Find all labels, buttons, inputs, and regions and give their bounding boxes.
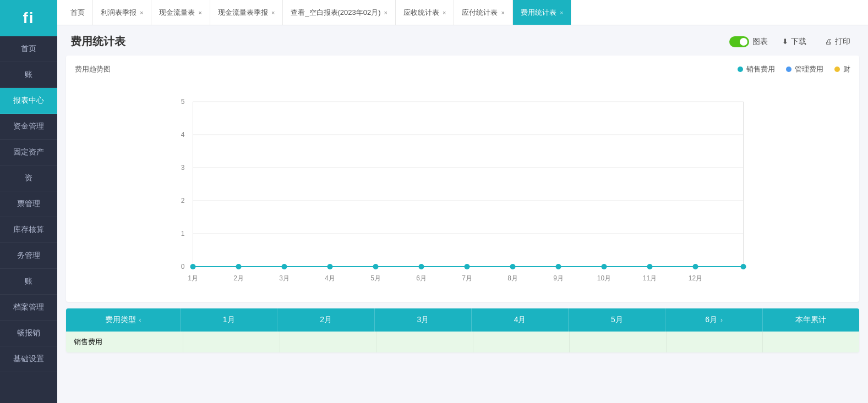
legend-dot-admin <box>786 67 791 72</box>
svg-text:8月: 8月 <box>507 274 518 282</box>
sidebar-item-account[interactable]: 账 <box>0 62 57 88</box>
chart-section: 费用趋势图 销售费用 管理费用 财 <box>66 56 859 302</box>
header-actions: 图表 ⬇ 下载 🖨 打印 <box>729 35 855 49</box>
tab-receivable[interactable]: 应收统计表 × <box>396 0 454 25</box>
svg-point-14 <box>190 264 196 269</box>
table-col-apr: 4月 <box>472 308 569 332</box>
svg-point-26 <box>741 264 746 269</box>
page-header: 费用统计表 图表 ⬇ 下载 🖨 打印 <box>57 25 868 56</box>
main-area: 首页 利润表季报 × 现金流量表 × 现金流量表季报 × 查看_空白报表(202… <box>57 0 868 403</box>
svg-point-21 <box>510 264 516 269</box>
table-col-mar: 3月 <box>375 308 472 332</box>
sidebar-item-settings[interactable]: 基础设置 <box>0 346 57 372</box>
chart-toggle-wrap[interactable]: 图表 <box>729 36 768 47</box>
tab-close-profit-quarterly[interactable]: × <box>140 9 143 16</box>
legend-admin: 管理费用 <box>786 64 823 74</box>
download-button[interactable]: ⬇ 下载 <box>778 35 811 49</box>
svg-text:1月: 1月 <box>188 274 198 282</box>
tab-home[interactable]: 首页 <box>63 0 93 25</box>
table-row: 销售费用 <box>66 332 859 352</box>
svg-point-23 <box>602 264 607 269</box>
chart-legend: 销售费用 管理费用 财 <box>738 64 850 74</box>
svg-text:2: 2 <box>181 197 185 205</box>
trend-chart: 5 4 3 2 1 0 <box>75 80 850 289</box>
table-col-may: 5月 <box>569 308 665 332</box>
sidebar-item-funds[interactable]: 资金管理 <box>0 114 57 140</box>
sidebar-item-invoices[interactable]: 票管理 <box>0 191 57 217</box>
sidebar-item-assets[interactable]: 资 <box>0 165 57 191</box>
svg-text:3: 3 <box>181 164 185 172</box>
sidebar-item-inventory[interactable]: 库存核算 <box>0 217 57 243</box>
chart-toggle[interactable] <box>729 36 749 47</box>
legend-dot-finance <box>834 67 840 72</box>
sidebar-item-report-center[interactable]: 报表中心 <box>0 88 57 114</box>
tab-expense-stats[interactable]: 费用统计表 × <box>513 0 571 25</box>
svg-point-19 <box>419 264 424 269</box>
sidebar-item-services[interactable]: 务管理 <box>0 243 57 269</box>
tab-close-receivable[interactable]: × <box>443 9 446 16</box>
svg-text:2月: 2月 <box>233 274 244 282</box>
tab-close-blank-report[interactable]: × <box>384 9 387 16</box>
table-cell-jan <box>183 332 280 352</box>
svg-text:12月: 12月 <box>689 274 702 282</box>
tab-profit-quarterly[interactable]: 利润表季报 × <box>93 0 151 25</box>
table-cell-jun <box>667 332 763 352</box>
tab-payable[interactable]: 应付统计表 × <box>454 0 512 25</box>
tab-close-cashflow[interactable]: × <box>198 9 201 16</box>
table-col-feb: 2月 <box>277 308 374 332</box>
legend-finance: 财 <box>834 64 850 74</box>
chart-title: 费用趋势图 <box>75 64 111 74</box>
svg-text:5月: 5月 <box>370 274 381 282</box>
table-cell-type: 销售费用 <box>66 332 183 352</box>
chart-svg-wrap: 5 4 3 2 1 0 <box>75 80 850 291</box>
table-header-row: 费用类型 ‹ 1月 2月 3月 4月 5月 <box>66 308 859 332</box>
svg-text:11月: 11月 <box>643 274 657 282</box>
page-title: 费用统计表 <box>70 34 125 49</box>
tab-cashflow-quarterly[interactable]: 现金流量表季报 × <box>210 0 283 25</box>
table-col-type: 费用类型 ‹ <box>66 308 181 332</box>
svg-point-24 <box>647 264 653 269</box>
tab-blank-report[interactable]: 查看_空白报表(2023年02月) × <box>283 0 396 25</box>
svg-text:4: 4 <box>181 131 185 139</box>
sidebar-item-home[interactable]: 首页 <box>0 36 57 62</box>
svg-point-17 <box>327 264 333 269</box>
sidebar: fi 首页 账 报表中心 资金管理 固定资产 资 票管理 库存核算 务管理 账 … <box>0 0 57 403</box>
svg-text:6月: 6月 <box>416 274 427 282</box>
tab-bar: 首页 利润表季报 × 现金流量表 × 现金流量表季报 × 查看_空白报表(202… <box>57 0 868 25</box>
svg-text:9月: 9月 <box>553 274 564 282</box>
table-next-button[interactable]: › <box>720 316 723 324</box>
sidebar-item-fixed-assets[interactable]: 固定资产 <box>0 140 57 165</box>
table-cell-may <box>570 332 667 352</box>
content-area: 费用统计表 图表 ⬇ 下载 🖨 打印 费用趋势图 <box>57 25 868 403</box>
sidebar-item-expense[interactable]: 畅报销 <box>0 321 57 346</box>
svg-point-18 <box>373 264 379 269</box>
table-cell-feb <box>280 332 377 352</box>
legend-dot-sales <box>738 67 743 72</box>
table-prev-button[interactable]: ‹ <box>139 316 141 324</box>
svg-point-20 <box>465 264 470 269</box>
sidebar-item-archives[interactable]: 档案管理 <box>0 295 57 321</box>
chart-header: 费用趋势图 销售费用 管理费用 财 <box>75 64 850 74</box>
svg-text:3月: 3月 <box>279 274 290 282</box>
table-cell-mar <box>376 332 473 352</box>
svg-text:7月: 7月 <box>462 274 472 282</box>
table-cell-apr <box>473 332 570 352</box>
svg-point-22 <box>556 264 561 269</box>
tab-close-payable[interactable]: × <box>501 9 504 16</box>
tab-close-expense-stats[interactable]: × <box>560 9 563 16</box>
table-col-jun: 6月 › <box>665 308 762 332</box>
print-icon: 🖨 <box>825 37 832 46</box>
svg-text:1: 1 <box>181 230 185 238</box>
legend-sales: 销售费用 <box>738 64 775 74</box>
sidebar-item-ledger[interactable]: 账 <box>0 269 57 295</box>
tab-cashflow[interactable]: 现金流量表 × <box>151 0 210 25</box>
chart-toggle-label: 图表 <box>752 37 768 47</box>
tab-close-cashflow-quarterly[interactable]: × <box>271 9 275 16</box>
legend-label-sales: 销售费用 <box>746 64 775 74</box>
svg-point-25 <box>693 264 698 269</box>
print-button[interactable]: 🖨 打印 <box>821 35 855 49</box>
table-section: 费用类型 ‹ 1月 2月 3月 4月 5月 <box>66 308 859 352</box>
svg-text:10月: 10月 <box>597 274 611 282</box>
download-icon: ⬇ <box>782 37 788 46</box>
sidebar-logo: fi <box>0 0 57 36</box>
